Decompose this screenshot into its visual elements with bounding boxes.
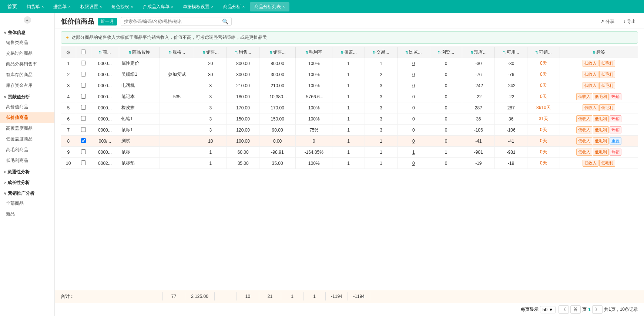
cell-tags: 低收入低毛利 (560, 102, 638, 113)
export-button[interactable]: ↓ 导出 (621, 17, 638, 26)
col-gross-rate[interactable]: ⇅毛利率 (296, 47, 332, 58)
sidebar-group-marketing[interactable]: ∨ 营销推广分析 (0, 187, 54, 198)
sidebar-item-stock-goods[interactable]: 有库存的商品 (0, 69, 54, 80)
search-input[interactable] (124, 19, 220, 24)
nav-goods-analysis-list[interactable]: 商品分析列表× (250, 2, 289, 11)
cell-checkbox[interactable] (76, 69, 91, 80)
nav-template-settings[interactable]: 单据模板设置× (178, 2, 218, 11)
cell-sales-amt: -98.91 (259, 147, 296, 158)
sidebar-item-stock-capital[interactable]: 库存资金占用 (0, 80, 54, 91)
cell-tags: 低收入低毛利热销 (560, 113, 638, 125)
col-sellable[interactable]: ⇅可销... (527, 47, 560, 58)
cell-browse1[interactable]: 0 (397, 136, 430, 147)
tag-label: 低收入 (583, 71, 598, 78)
col-sales-qty[interactable]: ⇅销售... (194, 47, 227, 58)
col-name[interactable]: ⇅商品名称 (119, 47, 160, 58)
cell-name: 鼠标垫 (119, 158, 160, 169)
cell-cover: 1 (332, 80, 365, 91)
tag-label: 低收入 (576, 115, 592, 122)
per-page-select: 每页显示 50 ▼ (521, 306, 556, 313)
sidebar-item-traded-goods[interactable]: 交易过的商品 (0, 48, 54, 59)
tag-label: 低收入 (576, 93, 592, 100)
sidebar-item-high-coverage[interactable]: 高覆盖度商品 (0, 123, 54, 134)
first-page-btn[interactable]: 首 (570, 305, 581, 314)
per-page-dropdown[interactable]: 50 ▼ (540, 306, 556, 313)
cell-checkbox[interactable] (76, 113, 91, 125)
sidebar-item-sales-goods[interactable]: 销售类商品 (0, 37, 54, 48)
cell-num: 6 (61, 113, 76, 125)
col-sales-amt[interactable]: ⇅销售... (259, 47, 296, 58)
col-spec[interactable]: ⇅规格... (160, 47, 194, 58)
sidebar-item-high-gross[interactable]: 高毛利商品 (0, 145, 54, 155)
sidebar-group-circulation[interactable]: > 流通性分析 (0, 166, 54, 177)
sidebar-item-category-sales-rate[interactable]: 商品分类销售率 (0, 59, 54, 69)
tag-label: 低收入 (583, 60, 598, 67)
tag-label: 低毛利 (599, 104, 615, 111)
cell-sales-qty: 30 (194, 69, 227, 80)
nav-product-in[interactable]: 产成品入库单× (138, 2, 178, 11)
sidebar-group-growth[interactable]: > 成长性分析 (0, 177, 54, 187)
search-icon[interactable]: 🔍 (222, 18, 228, 24)
col-cover[interactable]: ⇅覆盖... (332, 47, 365, 58)
cell-sellable: 0天 (527, 136, 560, 147)
col-current[interactable]: ⇅现有... (462, 47, 495, 58)
col-checkbox[interactable] (76, 47, 91, 58)
cell-checkbox[interactable] (76, 125, 91, 136)
cell-spec (160, 113, 194, 125)
cell-checkbox[interactable] (76, 102, 91, 113)
cell-browse1[interactable]: 0 (397, 158, 430, 169)
footer-cell-browse1: 1 (281, 292, 303, 300)
cell-trade: 3 (365, 80, 398, 91)
sidebar-item-low-value[interactable]: 低价值商品 (0, 112, 54, 123)
col-trade[interactable]: ⇅交易... (365, 47, 398, 58)
sidebar-group-overall[interactable]: ∨ 整体信息 (0, 27, 54, 37)
footer-cell-cover: 10 (237, 292, 259, 300)
cell-trade: 2 (365, 69, 398, 80)
nav-home[interactable]: 首页 (3, 2, 21, 11)
sidebar-item-all-goods[interactable]: 全部商品 (0, 198, 54, 209)
cell-browse1[interactable]: 1 (397, 147, 430, 158)
sidebar-item-low-coverage[interactable]: 低覆盖度商品 (0, 134, 54, 145)
cell-browse1[interactable]: 0 (397, 125, 430, 136)
cell-browse1[interactable]: 0 (397, 91, 430, 102)
cell-current: 36 (462, 113, 495, 125)
nav-auth-settings[interactable]: 权限设置× (76, 2, 106, 11)
nav-goods-analysis[interactable]: 商品分析× (219, 2, 249, 11)
cell-checkbox[interactable] (76, 80, 91, 91)
sidebar-item-low-gross[interactable]: 低毛利商品 (0, 155, 54, 166)
nav-role-auth[interactable]: 角色授权× (107, 2, 137, 11)
nav-purchase[interactable]: 进货单× (49, 2, 75, 11)
nav-sales[interactable]: 销货单× (22, 2, 48, 11)
sidebar-collapse-btn[interactable]: « (24, 16, 31, 24)
tag-label: 低毛利 (593, 149, 609, 156)
col-tag[interactable]: ⇅标签 (560, 47, 638, 58)
prev-page-btn[interactable]: 《 (559, 305, 569, 314)
cell-browse1[interactable]: 0 (397, 80, 430, 91)
cell-current: -76 (462, 69, 495, 80)
next-page-btn[interactable]: 》 (592, 305, 603, 314)
cell-sellable: 0天 (527, 158, 560, 169)
cell-sales-qty: 10 (194, 136, 227, 147)
cell-checkbox[interactable] (76, 158, 91, 169)
cell-browse1[interactable]: 0 (397, 58, 430, 69)
share-button[interactable]: ↗ 分享 (598, 17, 617, 26)
sidebar-item-high-value[interactable]: 高价值商品 (0, 102, 54, 112)
cell-checkbox[interactable] (76, 147, 91, 158)
cell-browse1[interactable]: 0 (397, 69, 430, 80)
sidebar-group-contribution[interactable]: ∨ 贡献值分析 (0, 91, 54, 102)
col-available[interactable]: ⇅可用... (495, 47, 527, 58)
cell-checkbox[interactable] (76, 91, 91, 102)
sidebar-item-new-goods[interactable]: 新品 (0, 209, 54, 220)
cell-browse1[interactable]: 0 (397, 102, 430, 113)
period-tag[interactable]: 近一月 (98, 18, 117, 26)
col-browse1[interactable]: ⇅浏览... (397, 47, 430, 58)
col-sales-price[interactable]: ⇅销售... (227, 47, 259, 58)
col-browse2[interactable]: ⇅浏览... (430, 47, 462, 58)
cell-checkbox[interactable] (76, 136, 91, 147)
cell-num: 8 (61, 136, 76, 147)
cell-gross-rate: 100% (296, 102, 332, 113)
cell-browse1[interactable]: 0 (397, 113, 430, 125)
col-settings[interactable]: ⚙ (61, 47, 76, 58)
col-code[interactable]: ⇅商... (91, 47, 119, 58)
cell-checkbox[interactable] (76, 58, 91, 69)
